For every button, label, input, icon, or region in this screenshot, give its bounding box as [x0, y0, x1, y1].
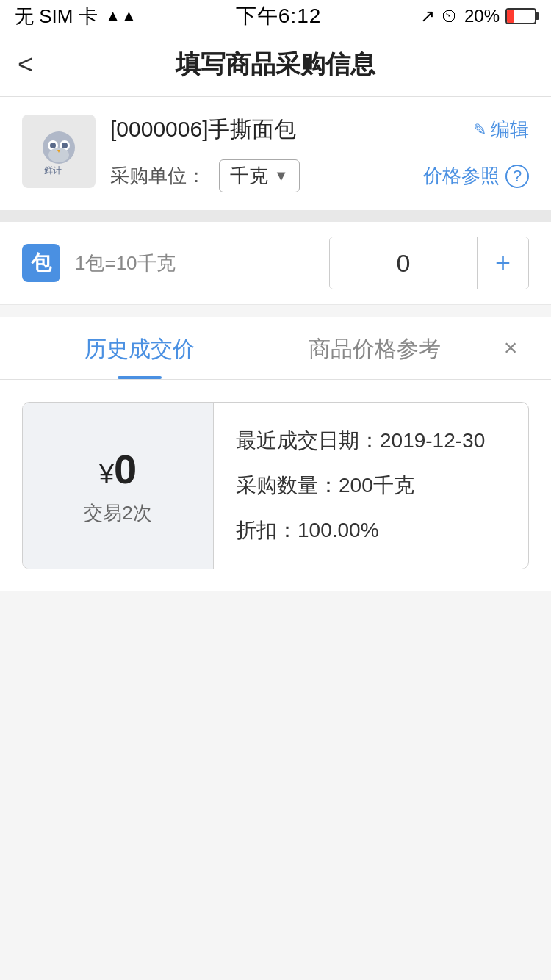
- svg-point-4: [62, 143, 68, 148]
- product-image: 鲜计: [22, 115, 96, 188]
- recent-date-row: 最近成交日期：2019-12-30: [236, 425, 506, 458]
- quantity-row-detail: 采购数量：200千克: [236, 469, 506, 502]
- tab-product-price-ref[interactable]: 商品价格参考: [257, 317, 492, 379]
- carrier-text: 无 SIM 卡: [15, 4, 98, 29]
- battery-percent: 20%: [464, 6, 500, 26]
- battery-fill: [507, 10, 514, 23]
- edit-button[interactable]: ✎ 编辑: [473, 117, 529, 143]
- svg-text:鲜计: 鲜计: [44, 165, 62, 176]
- location-icon: ↗: [420, 6, 435, 26]
- tab-content: ¥0 交易2次 最近成交日期：2019-12-30 采购数量：200千克 折扣：…: [0, 380, 551, 591]
- status-time: 下午6:12: [236, 2, 322, 30]
- price-card-left: ¥0 交易2次: [23, 403, 214, 569]
- nav-bar: < 填写商品采购信息: [0, 32, 551, 97]
- unit-badge: 包: [22, 244, 60, 282]
- price-currency-symbol: ¥: [99, 459, 114, 489]
- quantity-plus-button[interactable]: +: [477, 237, 528, 289]
- product-section: 鲜计 [0000006]手撕面包 ✎ 编辑 采购单位： 千克 ▼: [0, 97, 551, 210]
- quantity-input-group: +: [329, 237, 529, 289]
- price-reference-button[interactable]: 价格参照 ?: [423, 163, 529, 189]
- quantity-input[interactable]: [330, 237, 477, 289]
- dropdown-arrow-icon: ▼: [274, 167, 289, 184]
- unit-conversion: 1包=10千克: [75, 251, 176, 276]
- product-info: [0000006]手撕面包 ✎ 编辑 采购单位： 千克 ▼ 价格参照 ?: [110, 115, 529, 192]
- section-divider: [0, 210, 551, 222]
- unit-label: 采购单位：: [110, 165, 206, 187]
- page-body: [0, 591, 551, 980]
- product-name-row: [0000006]手撕面包 ✎ 编辑: [110, 115, 529, 145]
- tab-close-button[interactable]: ×: [492, 330, 529, 367]
- page-title: 填写商品采购信息: [176, 48, 375, 82]
- svg-point-3: [50, 143, 56, 148]
- tab-bar: 历史成交价 商品价格参考 ×: [0, 317, 551, 380]
- status-bar: 无 SIM 卡 ▲▲ 下午6:12 ↗ ⏲ 20%: [0, 0, 551, 32]
- price-amount: ¥0: [99, 445, 137, 493]
- product-header: 鲜计 [0000006]手撕面包 ✎ 编辑 采购单位： 千克 ▼: [22, 115, 529, 192]
- product-logo: 鲜计: [33, 126, 84, 177]
- product-unit-row: 采购单位： 千克 ▼ 价格参照 ?: [110, 159, 529, 192]
- price-trade-count: 交易2次: [84, 500, 151, 526]
- price-card-right: 最近成交日期：2019-12-30 采购数量：200千克 折扣：100.00%: [214, 403, 528, 569]
- alarm-icon: ⏲: [441, 6, 458, 26]
- status-right: ↗ ⏲ 20%: [420, 6, 536, 26]
- discount-row: 折扣：100.00%: [236, 514, 506, 547]
- help-icon: ?: [505, 165, 529, 188]
- unit-selector-group: 采购单位： 千克 ▼: [110, 159, 300, 192]
- quantity-row: 包 1包=10千克 +: [0, 222, 551, 305]
- tab-section: 历史成交价 商品价格参考 × ¥0 交易2次 最近成交日期：2019-12-30…: [0, 317, 551, 591]
- status-carrier: 无 SIM 卡 ▲▲: [15, 4, 137, 29]
- battery-icon: [505, 8, 536, 24]
- back-button[interactable]: <: [18, 49, 33, 80]
- quantity-unit-info: 包 1包=10千克: [22, 244, 176, 282]
- tab-history-price[interactable]: 历史成交价: [22, 317, 257, 379]
- price-card: ¥0 交易2次 最近成交日期：2019-12-30 采购数量：200千克 折扣：…: [22, 402, 529, 569]
- edit-icon: ✎: [473, 120, 486, 140]
- unit-select[interactable]: 千克 ▼: [219, 159, 300, 192]
- product-name: [0000006]手撕面包: [110, 115, 296, 145]
- wifi-icon: ▲▲: [105, 7, 137, 26]
